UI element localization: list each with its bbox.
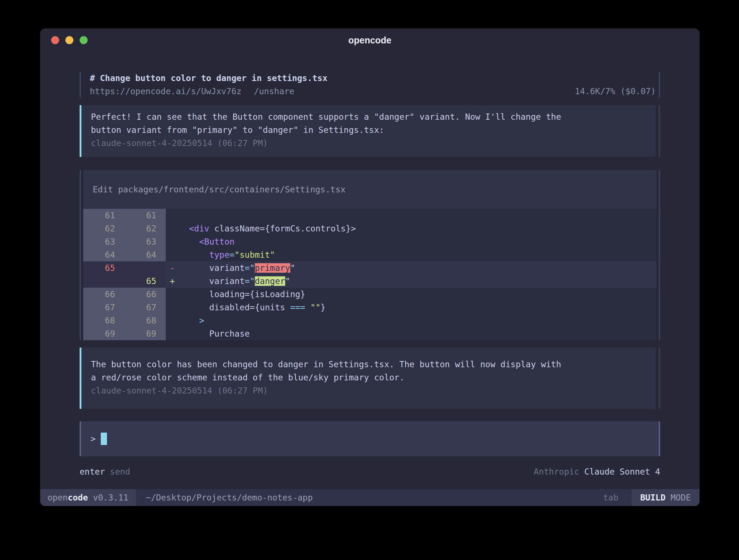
code-token: className={formCs.controls}> [209,224,356,233]
diff-code-line: <Button [179,235,656,248]
send-hint: enter send [80,465,130,478]
diff-code-line: variant="danger" [179,275,656,288]
line-number-old: 62 [83,222,125,235]
diff-code-line: > [179,314,656,327]
line-number-old: 66 [83,288,125,301]
hint-bar: enter send Anthropic Claude Sonnet 4 [80,465,660,478]
diff-rows: 61616262 <div className={formCs.controls… [83,209,656,340]
code-token: variant [209,276,245,286]
diff-marker [166,314,179,327]
code-token: primary [255,263,290,273]
context-stats: 14.6K/7% ($0.07) [575,85,656,98]
diff-code-line: type="submit" [179,248,656,261]
diff-row: 65+ variant="danger" [83,275,656,288]
message-text: The button color has been changed to dan… [91,358,646,384]
code-token: > [199,316,204,325]
diff-row: 6969 Purchase [83,327,656,340]
code-token: <Button [199,237,234,246]
prompt-symbol: > [91,432,96,445]
message-text: Perfect! I can see that the Button compo… [91,110,646,137]
model-indicator: Anthropic Claude Sonnet 4 [534,465,660,478]
input-right-rule [659,421,660,456]
mode-suffix: MODE [671,493,691,502]
line-number-old: 63 [83,235,125,248]
close-button[interactable] [51,36,59,44]
code-token: danger [255,276,285,286]
working-directory: ~/Desktop/Projects/demo-notes-app [136,489,313,506]
diff-row: 6262 <div className={formCs.controls}> [83,222,656,235]
session-left-rule [80,72,81,98]
code-token: " [290,263,295,273]
window-title: opencode [40,28,700,52]
code-token: === [290,303,306,312]
model-label: Claude Sonnet 4 [584,467,660,476]
assistant-message: Perfect! I can see that the Button compo… [80,105,660,157]
diff-marker: + [166,275,179,288]
edit-right-rule [659,170,660,340]
diff-marker [166,248,179,261]
code-token [179,263,209,273]
code-token: variant [209,263,245,273]
diff-marker: - [166,261,179,275]
code-token: type [209,250,229,260]
code-token [305,303,310,312]
mode-segment[interactable]: BUILD MODE [632,489,700,506]
mode-name: BUILD [640,493,666,502]
line-number-new [125,261,166,275]
diff-code-line: loading={isLoading} [179,288,656,301]
diff-row: 65- variant="primary" [83,261,656,275]
code-token: " [250,276,255,286]
diff-marker [166,288,179,301]
status-bar: opencode v0.3.11 ~/Desktop/Projects/demo… [40,489,700,506]
diff-row: 6767 disabled={units === ""} [83,301,656,314]
code-token: "submit" [234,250,275,260]
diff-marker [166,301,179,314]
diff-row: 6161 [83,209,656,222]
session-right-rule [659,72,660,98]
line-number-new: 61 [125,209,166,222]
diff-marker [166,222,179,235]
diff-code-line [179,209,656,222]
prompt-input-box[interactable]: > [80,421,660,456]
line-number-old: 61 [83,209,125,222]
code-token: "" [310,303,321,312]
text-cursor [101,433,107,445]
line-number-old [83,275,125,288]
line-number-new: 66 [125,288,166,301]
main-content: # Change button color to danger in setti… [40,51,700,489]
minimize-button[interactable] [65,36,73,44]
line-number-new: 68 [125,314,166,327]
traffic-lights [51,36,88,44]
message-meta: claude-sonnet-4-20250514 (06:27 PM) [91,384,646,397]
diff-marker [166,235,179,248]
line-number-old: 65 [83,261,125,275]
edit-tool-block: Edit packages/frontend/src/containers/Se… [80,170,660,340]
diff-code-line: variant="primary" [179,261,656,275]
edit-tool-title: Edit packages/frontend/src/containers/Se… [83,170,656,209]
titlebar: opencode [40,28,700,51]
code-token [179,237,199,246]
diff-marker [166,327,179,340]
app-version-segment: opencode v0.3.11 [40,489,136,506]
code-token: " [285,276,290,286]
message-meta: claude-sonnet-4-20250514 (06:27 PM) [91,137,646,150]
diff-code-line: Purchase [179,327,656,340]
app-window: opencode # Change button color to danger… [40,28,700,506]
unshare-command[interactable]: /unshare [254,85,294,98]
code-token [179,316,199,325]
tab-key-hint[interactable]: tab [603,489,629,506]
code-token [179,276,209,286]
session-title: # Change button color to danger in setti… [90,72,656,85]
code-token: = [245,276,250,286]
line-number-old: 64 [83,248,125,261]
app-name: open [47,493,68,502]
zoom-button[interactable] [80,36,88,44]
send-label: send [110,467,130,476]
line-number-new: 63 [125,235,166,248]
enter-key-hint: enter [80,467,105,476]
code-token [179,224,189,233]
code-token: = [245,263,250,273]
diff-row: 6868 > [83,314,656,327]
code-token: Purchase [179,329,250,338]
share-url[interactable]: https://opencode.ai/s/UwJxv76z [90,85,241,98]
